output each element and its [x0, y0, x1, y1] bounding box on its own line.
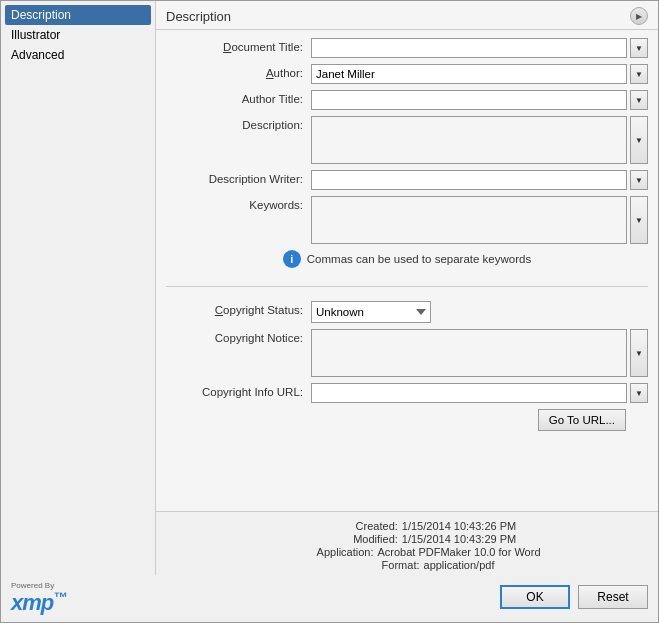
document-title-label: Document Title: — [166, 38, 311, 53]
keywords-dropdown[interactable]: ▼ — [630, 196, 648, 244]
copyright-url-row: Copyright Info URL: ▼ — [166, 383, 648, 403]
copyright-notice-label: Copyright Notice: — [166, 329, 311, 344]
copyright-notice-row: Copyright Notice: ▼ — [166, 329, 648, 377]
copyright-notice-textarea[interactable] — [311, 329, 627, 377]
created-row: Created: 1/15/2014 10:43:26 PM — [298, 520, 516, 532]
format-value: application/pdf — [424, 559, 495, 571]
go-to-url-button[interactable]: Go To URL... — [538, 409, 626, 431]
copyright-status-row: Copyright Status: Unknown Copyrighted Pu… — [166, 301, 648, 323]
application-value: Acrobat PDFMaker 10.0 for Word — [377, 546, 540, 558]
created-value: 1/15/2014 10:43:26 PM — [402, 520, 516, 532]
keywords-wrap: ▼ — [311, 196, 648, 244]
author-title-row: Author Title: ▼ — [166, 90, 648, 110]
author-dropdown[interactable]: ▼ — [630, 64, 648, 84]
description-row: Description: ▼ — [166, 116, 648, 164]
author-title-dropdown[interactable]: ▼ — [630, 90, 648, 110]
document-title-input[interactable] — [311, 38, 627, 58]
dialog-container: Description Illustrator Advanced Descrip… — [0, 0, 659, 623]
left-nav-panel: Description Illustrator Advanced — [1, 1, 156, 575]
keywords-row: Keywords: ▼ — [166, 196, 648, 244]
description-writer-label: Description Writer: — [166, 170, 311, 185]
description-writer-wrap: ▼ — [311, 170, 648, 190]
format-row: Format: application/pdf — [320, 559, 495, 571]
description-wrap: ▼ — [311, 116, 648, 164]
description-writer-dropdown[interactable]: ▼ — [630, 170, 648, 190]
nav-item-advanced[interactable]: Advanced — [5, 45, 151, 65]
document-title-dropdown[interactable]: ▼ — [630, 38, 648, 58]
description-writer-input[interactable] — [311, 170, 627, 190]
copyright-notice-wrap: ▼ — [311, 329, 648, 377]
copyright-section: Copyright Status: Unknown Copyrighted Pu… — [166, 297, 648, 431]
author-wrap: ▼ — [311, 64, 648, 84]
nav-item-illustrator[interactable]: Illustrator — [5, 25, 151, 45]
modified-row: Modified: 1/15/2014 10:43:29 PM — [298, 533, 516, 545]
reset-button[interactable]: Reset — [578, 585, 648, 609]
keywords-textarea[interactable] — [311, 196, 627, 244]
keywords-hint-row: i Commas can be used to separate keyword… — [166, 250, 648, 268]
author-input[interactable] — [311, 64, 627, 84]
copyright-url-input[interactable] — [311, 383, 627, 403]
copyright-status-wrap: Unknown Copyrighted Public Domain — [311, 301, 648, 323]
application-row: Application: Acrobat PDFMaker 10.0 for W… — [273, 546, 540, 558]
author-title-input[interactable] — [311, 90, 627, 110]
info-icon: i — [283, 250, 301, 268]
metadata-section: Document Title: ▼ Author: — [166, 38, 648, 287]
footer-info: Created: 1/15/2014 10:43:26 PM Modified:… — [156, 511, 658, 575]
copyright-url-dropdown[interactable]: ▼ — [630, 383, 648, 403]
description-dropdown[interactable]: ▼ — [630, 116, 648, 164]
copyright-status-label: Copyright Status: — [166, 301, 311, 316]
copyright-url-wrap: ▼ — [311, 383, 648, 403]
description-writer-row: Description Writer: ▼ — [166, 170, 648, 190]
right-panel: Description ▶ Document Title: ▼ — [156, 1, 658, 575]
format-label: Format: — [320, 559, 420, 571]
dialog-footer: Powered By xmp™ OK Reset — [1, 575, 658, 622]
expand-button[interactable]: ▶ — [630, 7, 648, 25]
panel-title: Description — [166, 9, 231, 24]
xmp-logo: Powered By xmp™ — [11, 581, 66, 614]
panel-body: Document Title: ▼ Author: — [156, 30, 658, 511]
application-label: Application: — [273, 546, 373, 558]
document-title-wrap: ▼ — [311, 38, 648, 58]
ok-button[interactable]: OK — [500, 585, 570, 609]
document-title-row: Document Title: ▼ — [166, 38, 648, 58]
copyright-status-select[interactable]: Unknown Copyrighted Public Domain — [311, 301, 431, 323]
footer-buttons: OK Reset — [500, 585, 648, 609]
keywords-label: Keywords: — [166, 196, 311, 211]
description-textarea[interactable] — [311, 116, 627, 164]
keywords-hint-text: Commas can be used to separate keywords — [307, 253, 531, 265]
powered-by-text: Powered By — [11, 581, 54, 590]
modified-value: 1/15/2014 10:43:29 PM — [402, 533, 516, 545]
author-title-wrap: ▼ — [311, 90, 648, 110]
author-title-label: Author Title: — [166, 90, 311, 105]
copyright-url-label: Copyright Info URL: — [166, 383, 311, 398]
author-label: Author: — [166, 64, 311, 79]
created-label: Created: — [298, 520, 398, 532]
description-label: Description: — [166, 116, 311, 131]
nav-item-description[interactable]: Description — [5, 5, 151, 25]
copyright-notice-dropdown[interactable]: ▼ — [630, 329, 648, 377]
author-row: Author: ▼ — [166, 64, 648, 84]
xmp-logo-text: xmp™ — [11, 590, 66, 614]
modified-label: Modified: — [298, 533, 398, 545]
panel-header: Description ▶ — [156, 1, 658, 30]
